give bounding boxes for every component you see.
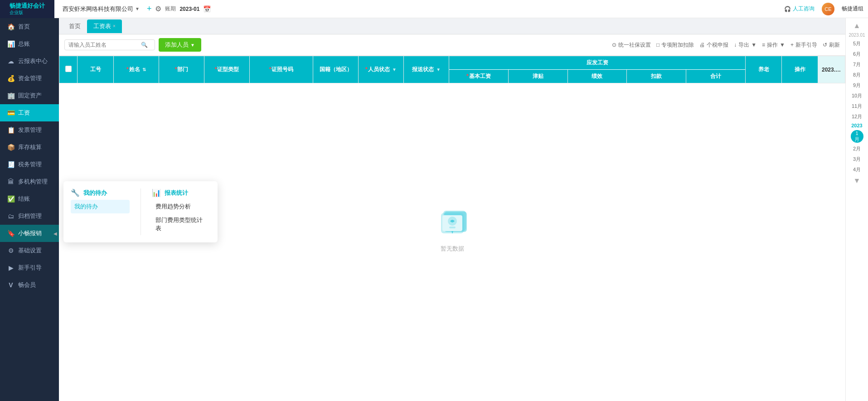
timeline-month-oct[interactable]: 10月	[846, 91, 868, 101]
timeline-month-sep[interactable]: 9月	[846, 80, 868, 91]
sidebar-item-close-accounts[interactable]: ✅ 结账	[0, 190, 59, 208]
menu-item-dept-expense[interactable]: 部门费用类型统计表	[152, 213, 211, 235]
timeline-month-may[interactable]: 5月	[846, 39, 868, 49]
timeline-month-nov[interactable]: 11月	[846, 101, 868, 111]
refresh-icon: ↺	[823, 42, 827, 48]
special-deduction-btn[interactable]: □ 专项附加扣除	[656, 41, 694, 49]
th-cert-type: *证型类型	[204, 56, 250, 83]
empty-icon	[434, 204, 470, 240]
salary-icon: 💳	[7, 109, 15, 116]
refresh-btn[interactable]: ↺ 刷新	[823, 41, 840, 49]
tab-salary-label: 工资表	[93, 22, 111, 30]
export-btn[interactable]: ↓ 导出 ▼	[734, 41, 756, 49]
timeline-month-mar[interactable]: 3月	[846, 154, 868, 164]
th-checkbox[interactable]	[59, 56, 78, 83]
sidebar-item-cloud-report[interactable]: ☁ 云报表中心	[0, 53, 59, 70]
sidebar-label-home: 首页	[18, 23, 30, 31]
collapse-icon: ◀	[53, 231, 57, 236]
sidebar-label-archive: 归档管理	[18, 212, 42, 220]
chevron-down-icon: ▼	[135, 6, 140, 11]
search-input[interactable]	[68, 42, 141, 48]
sidebar-item-home[interactable]: 🏠 首页	[0, 18, 59, 35]
add-person-label: 添加人员	[165, 41, 189, 49]
sidebar-item-assets[interactable]: 🏢 固定资产	[0, 87, 59, 104]
member-icon: V	[7, 281, 15, 289]
timeline-month-dec[interactable]: 12月	[846, 111, 868, 122]
username[interactable]: 畅捷通组	[842, 5, 863, 13]
sidebar-item-basic-settings[interactable]: ⚙ 基础设置	[0, 242, 59, 259]
timeline-month-feb[interactable]: 2月	[846, 144, 868, 154]
special-deduction-icon: □	[656, 42, 659, 48]
th-total: 合计	[686, 70, 746, 83]
settings-icon[interactable]: ⚙	[155, 5, 161, 13]
company-selector[interactable]: 西安虾米网络科技有限公司 ▼	[59, 5, 143, 13]
tab-close-icon[interactable]: ×	[113, 24, 116, 29]
home-icon: 🏠	[7, 23, 15, 30]
sidebar-label-expense: 小畅报销	[18, 229, 42, 237]
sidebar-item-expense[interactable]: 🔖 小畅报销 ◀	[0, 225, 59, 242]
menu-todo-header: 🔧 我的待办	[71, 188, 130, 197]
sidebar-item-member[interactable]: V 畅会员	[0, 276, 59, 294]
salary-table: 工号 *姓名 ⇅ *部门 *证型类型 *证照号码 国籍（地区） *人员状态 ▼	[59, 56, 845, 83]
sidebar-label-tax: 税务管理	[18, 160, 42, 169]
add-person-button[interactable]: 添加人员 ▼	[159, 38, 201, 52]
sidebar-label-ledger: 总账	[18, 40, 30, 48]
sidebar-item-salary[interactable]: 💳 工资	[0, 104, 59, 121]
sidebar-item-tax[interactable]: 🧾 税务管理	[0, 156, 59, 173]
headset-icon: 🎧	[784, 6, 791, 12]
tab-home[interactable]: 首页	[63, 19, 87, 33]
timeline-month-jan-current[interactable]: 1月	[851, 130, 863, 143]
th-send[interactable]: 报送状态 ▼	[404, 56, 449, 83]
th-status[interactable]: *人员状态 ▼	[359, 56, 404, 83]
tab-salary-table[interactable]: 工资表 ×	[87, 19, 122, 33]
period-value[interactable]: 2023-01	[179, 6, 199, 12]
company-name: 西安虾米网络科技有限公司	[63, 5, 133, 13]
timeline-month-aug[interactable]: 8月	[846, 70, 868, 80]
period-label: 账期	[165, 5, 176, 13]
sidebar-item-archive[interactable]: 🗂 归档管理	[0, 208, 59, 225]
beginner-guide-btn[interactable]: + 新手引导	[790, 41, 817, 49]
export-chevron-icon: ▼	[751, 42, 756, 48]
social-insurance-btn[interactable]: ⊙ 统一社保设置	[612, 41, 651, 49]
select-all-checkbox[interactable]	[65, 66, 72, 72]
send-filter-icon: ▼	[436, 67, 441, 72]
menu-item-expense-trend[interactable]: 费用趋势分析	[152, 200, 211, 213]
avatar: CE	[822, 3, 834, 15]
sidebar-label-cloud: 云报表中心	[18, 57, 48, 65]
sidebar-item-beginner[interactable]: ▶ 新手引导	[0, 259, 59, 276]
guide-label: 新手引导	[795, 41, 817, 49]
invoice-icon: 📋	[7, 126, 15, 134]
sidebar-label-member: 畅会员	[18, 281, 36, 289]
tax-report-btn[interactable]: 🖨 个税申报	[699, 41, 728, 49]
calendar-icon[interactable]: 📅	[203, 5, 211, 13]
timeline-month-apr[interactable]: 4月	[846, 164, 868, 175]
tax-report-label: 个税申报	[707, 41, 728, 49]
timeline-month-jul[interactable]: 7月	[846, 59, 868, 70]
app-logo: 畅捷通好会计 企业版	[0, 0, 54, 18]
sidebar-item-inventory[interactable]: 📦 库存核算	[0, 139, 59, 156]
sidebar-item-invoice[interactable]: 📋 发票管理	[0, 121, 59, 139]
sidebar-item-ledger[interactable]: 📊 总账	[0, 35, 59, 53]
operations-icon: ≡	[762, 42, 765, 48]
menu-item-my-todo[interactable]: 我的待办	[71, 200, 130, 213]
search-icon: 🔍	[141, 42, 148, 48]
export-label: 导出	[738, 41, 749, 49]
th-cert-num: *证照号码	[250, 56, 313, 83]
status-filter-icon: ▼	[392, 67, 397, 72]
th-name[interactable]: *姓名 ⇅	[114, 56, 159, 83]
th-due-salary-group: 应发工资	[449, 56, 746, 70]
guide-icon: +	[790, 42, 794, 48]
timeline-down-btn[interactable]: ▼	[852, 175, 863, 187]
close-accounts-icon: ✅	[7, 195, 15, 203]
timeline-current-year: 2023	[851, 122, 862, 129]
tab-bar: 首页 工资表 ×	[59, 18, 845, 34]
toolbar-actions: ⊙ 统一社保设置 □ 专项附加扣除 🖨 个税申报 ↓ 导出 ▼ ≡	[612, 41, 840, 49]
sidebar-item-funds[interactable]: 💰 资金管理	[0, 70, 59, 87]
timeline-month-jun[interactable]: 6月	[846, 49, 868, 59]
operations-btn[interactable]: ≡ 操作 ▼	[762, 41, 785, 49]
user-service-btn[interactable]: 🎧 人工咨询	[784, 5, 815, 13]
sidebar-item-multi-org[interactable]: 🏛 多机构管理	[0, 173, 59, 190]
timeline-up-btn[interactable]: ▲	[852, 20, 863, 32]
menu-col-reports: 📊 报表统计 费用趋势分析 部门费用类型统计表	[152, 188, 211, 235]
add-company-icon[interactable]: +	[147, 4, 152, 14]
